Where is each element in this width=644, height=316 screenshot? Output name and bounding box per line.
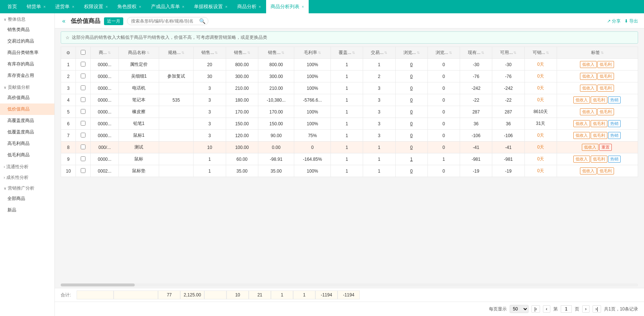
close-icon[interactable]: × <box>259 4 261 9</box>
td-browse1[interactable]: 0 <box>395 118 427 130</box>
td-check[interactable] <box>76 142 91 153</box>
close-icon[interactable]: × <box>105 4 108 9</box>
export-button[interactable]: ⬇ 导出 <box>624 18 638 24</box>
sidebar-group-circulation[interactable]: › 流通性分析 <box>0 161 54 171</box>
sidebar-item-traded[interactable]: 交易过的商品 <box>0 35 54 47</box>
sidebar-item-category-rate[interactable]: 商品分类销售率 <box>0 47 54 58</box>
share-button[interactable]: ↗ 分享 <box>607 18 621 24</box>
th-sales-amt[interactable]: 销售...⇅ <box>226 47 258 59</box>
td-browse1[interactable]: 0 <box>395 94 427 106</box>
sidebar-item-low-value[interactable]: 低价值商品 <box>0 103 54 115</box>
sidebar-item-high-margin[interactable]: 高毛利商品 <box>0 138 54 149</box>
row-checkbox[interactable] <box>81 74 85 78</box>
close-icon[interactable]: × <box>72 4 74 9</box>
th-stock[interactable]: 现有...⇅ <box>460 47 492 59</box>
td-check[interactable] <box>76 153 91 165</box>
td-browse1[interactable]: 0 <box>395 142 427 153</box>
sidebar-group-contribution[interactable]: ∨ 贡献值分析 <box>0 81 54 92</box>
nav-template-settings[interactable]: 单据模板设置× <box>189 0 232 13</box>
sidebar-item-high-value[interactable]: 高价值商品 <box>0 92 54 103</box>
td-browse1[interactable]: 0 <box>395 59 427 71</box>
td-check[interactable] <box>76 165 91 177</box>
td-check[interactable] <box>76 118 91 130</box>
browse-link[interactable]: 0 <box>410 145 413 150</box>
close-icon[interactable]: × <box>182 4 184 9</box>
sidebar-item-new-products[interactable]: 新品 <box>0 204 54 216</box>
th-tag[interactable]: 标签⇅ <box>557 47 638 59</box>
nav-product-analysis-list[interactable]: 商品分析列表× <box>266 0 308 13</box>
sidebar-group-marketing[interactable]: ∨ 营销推广分析 <box>0 182 54 193</box>
td-browse1[interactable]: 0 <box>395 82 427 94</box>
period-button[interactable]: 近一月 <box>104 17 123 25</box>
sidebar-item-stock-products[interactable]: 有库存的商品 <box>0 58 54 70</box>
sidebar-item-all-products[interactable]: 全部商品 <box>0 193 54 204</box>
row-checkbox[interactable] <box>81 85 85 90</box>
nav-product-entry[interactable]: 产成品入库单× <box>147 0 189 13</box>
last-page-button[interactable]: ›| <box>593 305 601 313</box>
nav-sales-order[interactable]: 销货单× <box>22 0 50 13</box>
first-page-button[interactable]: |‹ <box>531 305 540 313</box>
select-all-checkbox[interactable] <box>81 50 85 55</box>
row-checkbox[interactable] <box>81 168 85 173</box>
search-input[interactable] <box>127 17 208 25</box>
page-size-select[interactable]: 50 100 200 <box>510 305 529 313</box>
next-page-button[interactable]: › <box>582 305 590 313</box>
td-check[interactable] <box>76 130 91 142</box>
scrollbar-thumb[interactable] <box>61 283 135 286</box>
th-browse1[interactable]: 浏览...⇅ <box>395 47 427 59</box>
sidebar-item-low-coverage[interactable]: 低覆盖度商品 <box>0 126 54 138</box>
sidebar-item-low-margin[interactable]: 低毛利商品 <box>0 149 54 161</box>
nav-role-auth[interactable]: 角色授权× <box>113 0 145 13</box>
browse-link[interactable]: 0 <box>410 133 413 138</box>
sidebar-group-growth[interactable]: › 成长性分析 <box>0 171 54 182</box>
td-browse1[interactable]: 1 <box>395 153 427 165</box>
nav-home[interactable]: 首页 <box>3 0 21 13</box>
browse-link[interactable]: 0 <box>410 62 413 67</box>
th-avail[interactable]: 可用...⇅ <box>492 47 524 59</box>
page-number-input[interactable] <box>561 305 572 313</box>
th-browse2[interactable]: 浏览...⇅ <box>427 47 460 59</box>
th-sellable[interactable]: 可销...⇅ <box>524 47 557 59</box>
browse-link[interactable]: 1 <box>410 157 413 162</box>
browse-link[interactable]: 0 <box>410 121 413 126</box>
th-gross-rate[interactable]: 毛利率⇅ <box>294 47 331 59</box>
td-check[interactable] <box>76 94 91 106</box>
td-check[interactable] <box>76 71 91 82</box>
td-browse1[interactable]: 0 <box>395 71 427 82</box>
sidebar-group-overall[interactable]: ∨ 整体信息 <box>0 13 54 24</box>
th-check[interactable] <box>76 47 91 59</box>
sidebar-item-capital[interactable]: 库存资金占用 <box>0 70 54 81</box>
browse-link[interactable]: 0 <box>410 86 413 91</box>
td-check[interactable] <box>76 59 91 71</box>
th-spec[interactable]: 规格...⇅ <box>159 47 193 59</box>
prev-page-button[interactable]: ‹ <box>543 305 550 313</box>
browse-link[interactable]: 0 <box>410 74 413 79</box>
th-trade[interactable]: 交易...⇅ <box>363 47 395 59</box>
row-checkbox[interactable] <box>81 62 85 67</box>
search-icon[interactable]: 🔍 <box>199 18 205 24</box>
sidebar-item-high-coverage[interactable]: 高覆盖度商品 <box>0 115 54 126</box>
row-checkbox[interactable] <box>81 156 85 161</box>
th-sales-qty[interactable]: 销售...⇅ <box>194 47 226 59</box>
browse-link[interactable]: 0 <box>410 169 413 174</box>
sidebar-item-sales-products[interactable]: 销售类商品 <box>0 24 54 35</box>
td-browse1[interactable]: 0 <box>395 130 427 142</box>
row-checkbox[interactable] <box>81 97 85 102</box>
th-settings[interactable]: ⚙ <box>61 47 76 59</box>
th-name[interactable]: 商品名称⇅ <box>119 47 159 59</box>
td-browse1[interactable]: 0 <box>395 106 427 118</box>
nav-purchase-order[interactable]: 进货单× <box>51 0 78 13</box>
td-check[interactable] <box>76 82 91 94</box>
close-icon[interactable]: × <box>139 4 141 9</box>
browse-link[interactable]: 0 <box>410 109 413 115</box>
th-sales-avg[interactable]: 销售...⇅ <box>258 47 294 59</box>
close-icon[interactable]: × <box>225 4 227 9</box>
row-checkbox[interactable] <box>81 145 85 149</box>
close-icon[interactable]: × <box>302 4 304 9</box>
th-code[interactable]: 商...⇅ <box>91 47 119 59</box>
row-checkbox[interactable] <box>81 121 85 126</box>
td-browse1[interactable]: 0 <box>395 165 427 177</box>
close-icon[interactable]: × <box>43 4 46 9</box>
row-checkbox[interactable] <box>81 133 85 137</box>
collapse-button[interactable]: « <box>61 17 67 25</box>
